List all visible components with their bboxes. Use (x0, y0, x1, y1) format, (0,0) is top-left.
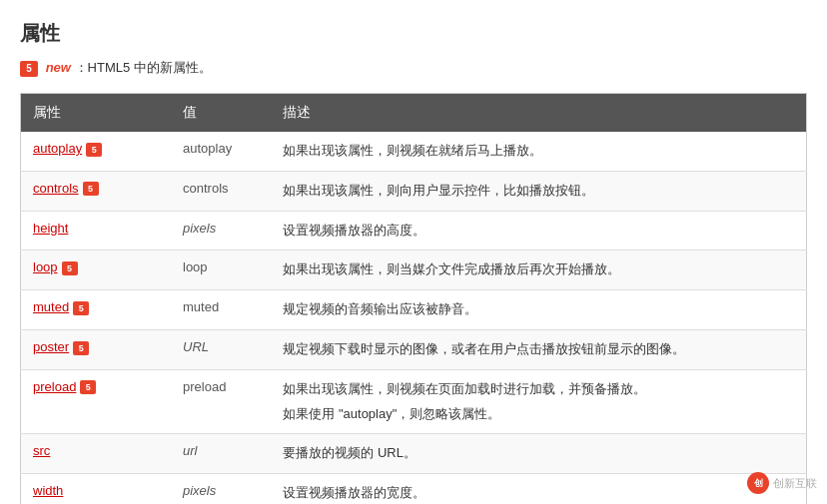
watermark-logo: 创 (747, 472, 769, 494)
table-row: controls5controls如果出现该属性，则向用户显示控件，比如播放按钮… (21, 171, 807, 211)
new-badge-row: 5 new ：HTML5 中的新属性。 (20, 59, 807, 77)
value-cell: URL (171, 329, 271, 369)
col-val: 值 (171, 94, 271, 133)
attr-link[interactable]: height (33, 221, 68, 236)
value-cell: pixels (171, 474, 271, 504)
desc-cell: 如果出现该属性，则向用户显示控件，比如播放按钮。 (271, 171, 806, 211)
table-row: muted5muted规定视频的音频输出应该被静音。 (21, 290, 807, 330)
attr-link[interactable]: loop (33, 259, 58, 274)
table-header-row: 属性 值 描述 (21, 94, 807, 133)
attr-link[interactable]: preload (33, 379, 76, 394)
new-label: new (46, 60, 71, 75)
attr-link[interactable]: poster (33, 339, 69, 354)
attr-cell: height (21, 211, 172, 251)
h5-badge: 5 (83, 182, 99, 196)
attr-cell: preload5 (21, 369, 172, 434)
table-row: autoplay5autoplay如果出现该属性，则视频在就绪后马上播放。 (21, 132, 807, 171)
h5-badge: 5 (73, 301, 89, 315)
desc-cell: 要播放的视频的 URL。 (271, 434, 806, 474)
value-cell: url (171, 434, 271, 474)
watermark-text: 创新互联 (773, 476, 817, 491)
desc-cell: 如果出现该属性，则当媒介文件完成播放后再次开始播放。 (271, 251, 806, 290)
table-row: widthpixels设置视频播放器的宽度。 (21, 474, 807, 504)
desc-cell: 如果出现该属性，则视频在就绪后马上播放。 (271, 132, 806, 171)
desc-cell: 设置视频播放器的宽度。 (271, 474, 806, 504)
table-row: loop5loop如果出现该属性，则当媒介文件完成播放后再次开始播放。 (21, 251, 807, 290)
desc-cell: 如果出现该属性，则视频在页面加载时进行加载，并预备播放。如果使用 "autopl… (271, 369, 806, 434)
value-cell: preload (171, 369, 271, 434)
table-row: srcurl要播放的视频的 URL。 (21, 434, 807, 474)
value-cell: pixels (171, 211, 271, 251)
attributes-table: 属性 值 描述 autoplay5autoplay如果出现该属性，则视频在就绪后… (20, 93, 807, 504)
h5-badge: 5 (86, 143, 102, 157)
attr-link[interactable]: autoplay (33, 141, 82, 156)
col-desc: 描述 (271, 94, 806, 133)
attr-cell: muted5 (21, 290, 172, 330)
attr-cell: width (21, 474, 172, 504)
h5-badge: 5 (73, 341, 89, 355)
table-row: poster5URL规定视频下载时显示的图像，或者在用户点击播放按钮前显示的图像… (21, 329, 807, 369)
new-badge-icon: 5 (20, 61, 38, 77)
h5-badge: 5 (62, 261, 78, 275)
attr-cell: poster5 (21, 329, 172, 369)
attr-cell: autoplay5 (21, 132, 172, 171)
attr-cell: controls5 (21, 171, 172, 211)
desc-cell: 规定视频下载时显示的图像，或者在用户点击播放按钮前显示的图像。 (271, 329, 806, 369)
col-attr: 属性 (21, 94, 172, 133)
value-cell: autoplay (171, 132, 271, 171)
h5-badge: 5 (80, 380, 96, 394)
attr-link[interactable]: src (33, 443, 50, 458)
value-cell: controls (171, 171, 271, 211)
table-row: heightpixels设置视频播放器的高度。 (21, 211, 807, 251)
attr-cell: loop5 (21, 251, 172, 290)
attr-cell: src (21, 434, 172, 474)
desc-cell: 设置视频播放器的高度。 (271, 211, 806, 251)
attr-link[interactable]: width (33, 483, 63, 498)
watermark: 创 创新互联 (747, 472, 817, 494)
value-cell: loop (171, 251, 271, 290)
desc-cell: 规定视频的音频输出应该被静音。 (271, 290, 806, 330)
attr-link[interactable]: controls (33, 181, 79, 196)
attr-link[interactable]: muted (33, 299, 69, 314)
new-desc: ：HTML5 中的新属性。 (75, 60, 212, 75)
value-cell: muted (171, 290, 271, 330)
table-row: preload5preload如果出现该属性，则视频在页面加载时进行加载，并预备… (21, 369, 807, 434)
page-title: 属性 (20, 20, 807, 47)
